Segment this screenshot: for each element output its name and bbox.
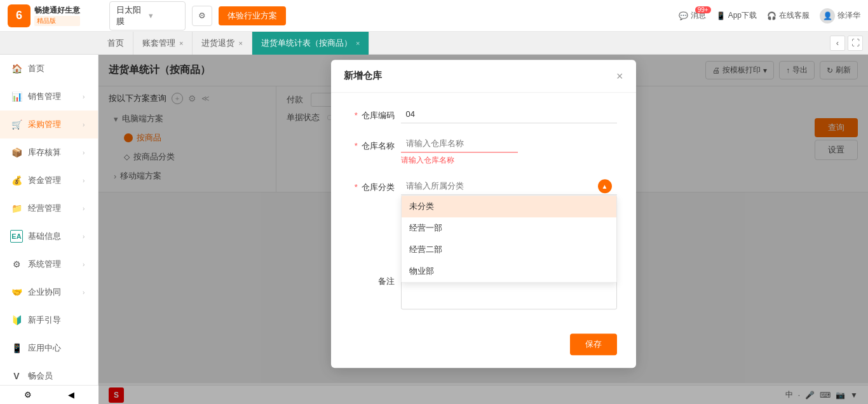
logo-title: 畅捷通好生意 — [34, 5, 80, 16]
store-name: 日太阳膜 — [116, 4, 146, 27]
sidebar-settings-icon[interactable]: ⚙ — [24, 390, 32, 400]
sidebar-item-base-info-label: 基础信息 — [28, 231, 61, 242]
form-row-name: * 仓库名称 请输入仓库名称 — [350, 135, 617, 166]
sidebar-item-home[interactable]: 🏠 首页 — [0, 55, 98, 83]
save-button[interactable]: 保存 — [570, 333, 617, 355]
modal-footer: 保存 — [331, 333, 636, 355]
sidebar-item-finance[interactable]: 💰 资金管理 › — [0, 166, 98, 194]
sidebar-item-guide[interactable]: 🔰 新手引导 — [0, 306, 98, 334]
purchase-icon: 🛒 — [10, 118, 23, 131]
tab-expand-button[interactable]: ⛶ — [848, 36, 863, 51]
dropdown-label-0: 未分类 — [409, 201, 434, 211]
online-service-button[interactable]: 🎧 在线客服 — [767, 10, 810, 21]
name-error-row: 请输入仓库名称 — [350, 155, 454, 166]
sidebar-item-sales-label: 销售管理 — [28, 91, 61, 102]
sidebar-bottom: ⚙ ◀ — [0, 385, 98, 404]
dropdown-item-dept2[interactable]: 经营二部 — [402, 239, 616, 260]
chevron-right-icon-4: › — [83, 177, 88, 184]
form-row-name-inner: * 仓库名称 — [350, 135, 518, 152]
message-badge: 99+ — [695, 6, 711, 13]
collab-icon: 🤝 — [10, 286, 23, 299]
home-icon: 🏠 — [10, 62, 23, 75]
finance-icon: 💰 — [10, 174, 23, 187]
modal-close-button[interactable]: × — [616, 71, 623, 82]
tab-home[interactable]: 首页 — [98, 32, 133, 55]
chevron-right-icon-3: › — [83, 149, 88, 156]
inventory-icon: 📦 — [10, 146, 23, 159]
modal-title: 新增仓库 — [344, 70, 382, 82]
name-input[interactable] — [401, 135, 518, 152]
gear-button[interactable]: ⚙ — [192, 6, 212, 26]
category-label-text: 仓库分类 — [362, 182, 395, 192]
notes-label-text: 备注 — [378, 276, 395, 286]
required-star-2: * — [355, 141, 358, 151]
system-icon: ⚙ — [10, 258, 23, 271]
sidebar-item-system[interactable]: ⚙ 系统管理 › — [0, 250, 98, 278]
sidebar-item-apps-label: 应用中心 — [28, 342, 61, 354]
message-icon: 💬 — [679, 11, 688, 20]
required-star-1: * — [355, 111, 358, 120]
sidebar-item-collab-label: 企业协同 — [28, 286, 61, 298]
top-header: 6 畅捷通好生意 精品版 日太阳膜 ▾ ⚙ 体验行业方案 💬 消息 99+ 📱 … — [0, 0, 868, 32]
sidebar-item-business[interactable]: 📁 经营管理 › — [0, 194, 98, 222]
app-download-button[interactable]: 📱 App下载 — [716, 10, 757, 21]
header-right: 💬 消息 99+ 📱 App下载 🎧 在线客服 👤 徐泽华 — [679, 8, 860, 24]
online-service-label: 在线客服 — [779, 10, 810, 21]
tab-home-label: 首页 — [107, 37, 124, 49]
name-label-text: 仓库名称 — [362, 141, 395, 151]
base-info-icon: EA — [10, 230, 23, 243]
sidebar-item-collab[interactable]: 🤝 企业协同 › — [0, 278, 98, 306]
user-name: 徐泽华 — [837, 10, 860, 21]
sidebar-item-purchase[interactable]: 🛒 采购管理 › — [0, 111, 98, 138]
guide-icon: 🔰 — [10, 314, 23, 327]
modal-header: 新增仓库 × — [331, 60, 636, 93]
sidebar-item-system-label: 系统管理 — [28, 259, 61, 270]
chevron-right-icon-5: › — [83, 205, 88, 212]
avatar-icon: 👤 — [820, 8, 835, 24]
required-star-3: * — [355, 182, 358, 192]
tab-purchase-stats[interactable]: 进货单统计表（按商品） × — [252, 32, 369, 55]
content-area: 进货单统计（按商品） 🖨 按模板打印 ▾ ↑ 导出 ↻ 刷新 — [98, 55, 868, 404]
sidebar-collapse-icon[interactable]: ◀ — [68, 390, 74, 400]
chevron-down-icon: ▾ — [149, 11, 179, 20]
tab-purchase-stats-label: 进货单统计表（按商品） — [261, 37, 352, 49]
category-arrow-icon[interactable]: ▲ — [598, 179, 612, 193]
dropdown-label-1: 经营一部 — [409, 223, 442, 232]
sidebar-item-guide-label: 新手引导 — [28, 314, 61, 326]
tab-accounts-close[interactable]: × — [179, 39, 183, 47]
chevron-right-icon-6: › — [83, 233, 88, 240]
sidebar-item-business-label: 经营管理 — [28, 203, 61, 214]
tab-prev-button[interactable]: ‹ — [830, 36, 845, 51]
tab-bar: 首页 账套管理 × 进货退货 × 进货单统计表（按商品） × ‹ ⛶ — [0, 32, 868, 55]
messages-button[interactable]: 💬 消息 99+ — [679, 10, 706, 21]
tab-purchase-return-close[interactable]: × — [238, 39, 242, 47]
logo-area: 6 畅捷通好生意 精品版 — [8, 4, 103, 27]
tab-purchase-return[interactable]: 进货退货 × — [193, 32, 252, 55]
sidebar-item-sales[interactable]: 📊 销售管理 › — [0, 83, 98, 111]
tab-purchase-stats-close[interactable]: × — [356, 39, 360, 47]
sidebar-item-apps[interactable]: 📱 应用中心 — [0, 334, 98, 362]
sidebar-item-finance-label: 资金管理 — [28, 175, 61, 186]
category-input[interactable] — [401, 177, 617, 195]
trial-button[interactable]: 体验行业方案 — [219, 6, 286, 25]
sidebar-item-base-info[interactable]: EA 基础信息 › — [0, 222, 98, 250]
tab-accounts-label: 账套管理 — [142, 37, 175, 49]
notes-label: 备注 — [350, 271, 395, 287]
dropdown-item-dept1[interactable]: 经营一部 — [402, 217, 616, 239]
sidebar-item-inventory[interactable]: 📦 库存核算 › — [0, 138, 98, 166]
vip-icon: V — [10, 370, 23, 382]
app-download-label: App下载 — [728, 10, 757, 21]
modal-body: * 仓库编码 * 仓库名称 请输入仓库名称 — [331, 93, 636, 333]
tab-accounts[interactable]: 账套管理 × — [133, 32, 193, 55]
dropdown-item-unclassified[interactable]: 未分类 — [402, 196, 616, 217]
code-input[interactable] — [401, 105, 617, 123]
dropdown-item-dept3[interactable]: 物业部 — [402, 260, 616, 282]
sidebar-item-purchase-label: 采购管理 — [28, 119, 61, 130]
dropdown-label-3: 物业部 — [409, 266, 434, 276]
new-warehouse-modal: 新增仓库 × * 仓库编码 * 仓库名称 — [331, 60, 636, 368]
name-error-message: 请输入仓库名称 — [401, 156, 454, 165]
store-selector[interactable]: 日太阳膜 ▾ — [109, 1, 186, 30]
chevron-right-icon-2: › — [83, 121, 88, 128]
user-profile-button[interactable]: 👤 徐泽华 — [820, 8, 860, 24]
code-label: * 仓库编码 — [350, 105, 395, 121]
